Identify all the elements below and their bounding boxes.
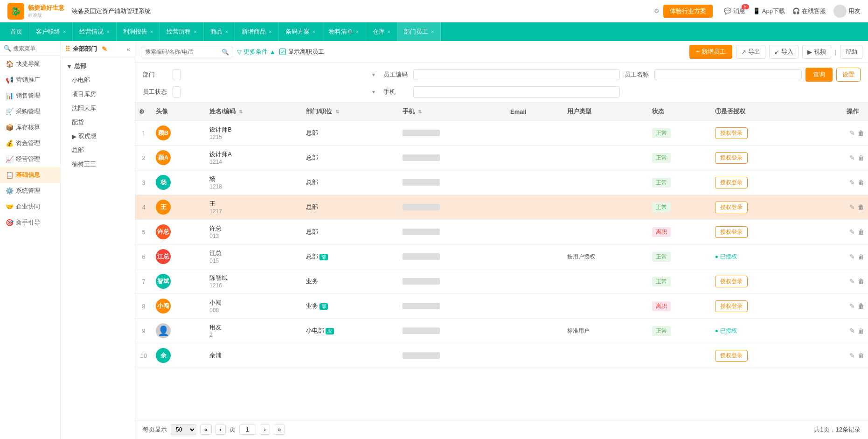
auth-login-button[interactable]: 授权登录	[715, 177, 748, 188]
sidebar-item-system[interactable]: ⚙️ 系统管理	[0, 183, 60, 199]
close-icon[interactable]: ×	[388, 29, 390, 35]
tab-employees[interactable]: 部门员工 ×	[397, 22, 441, 41]
last-page-btn[interactable]: »	[274, 425, 285, 435]
set-button[interactable]: 设置	[836, 68, 861, 82]
tab-goods[interactable]: 商品 ×	[204, 22, 235, 41]
delete-icon[interactable]: 🗑	[858, 154, 864, 161]
close-icon[interactable]: ×	[194, 29, 196, 35]
tab-operation[interactable]: 经营情况 ×	[73, 22, 116, 41]
sidebar-item-cooperation[interactable]: 🤝 企业协同	[0, 199, 60, 215]
delete-icon[interactable]: 🗑	[858, 253, 864, 260]
export-button[interactable]: ↗ 导出	[736, 45, 765, 59]
edit-icon[interactable]: ✎	[849, 154, 855, 161]
query-button[interactable]: 查询	[806, 68, 833, 82]
edit-icon[interactable]: ✎	[849, 179, 855, 186]
tab-home[interactable]: 首页	[4, 22, 29, 41]
col-name[interactable]: 姓名/编码 ⇅	[206, 103, 302, 121]
dept-item-hq2[interactable]: 总部	[61, 143, 135, 157]
page-size-select[interactable]: 50 20 100	[171, 424, 196, 435]
sidebar-search-input[interactable]	[13, 45, 61, 52]
delete-icon[interactable]: 🗑	[858, 278, 864, 285]
auth-login-button[interactable]: 授权登录	[715, 276, 748, 287]
tab-warehouse[interactable]: 仓库 ×	[366, 22, 397, 41]
dept-item-project[interactable]: 项目库房	[61, 87, 135, 101]
online-service-item[interactable]: 🎧 在线客服	[792, 7, 826, 15]
close-icon[interactable]: ×	[106, 29, 109, 35]
dept-collapse-icon[interactable]: «	[127, 46, 130, 53]
sidebar-item-inventory[interactable]: 📦 库存核算	[0, 119, 60, 135]
close-icon[interactable]: ×	[312, 29, 315, 35]
sidebar-item-quick-nav[interactable]: 🏠 快捷导航	[0, 56, 60, 72]
col-phone[interactable]: 手机 ⇅	[399, 103, 507, 121]
auth-login-button[interactable]: 授权登录	[715, 300, 748, 312]
close-icon[interactable]: ×	[269, 29, 271, 35]
tab-journey[interactable]: 经营历程 ×	[160, 22, 203, 41]
delete-icon[interactable]: 🗑	[858, 129, 864, 137]
close-icon[interactable]: ×	[63, 29, 66, 35]
edit-icon[interactable]: ✎	[849, 278, 855, 285]
search-input[interactable]	[145, 49, 220, 55]
dept-item-nanshuwangsan[interactable]: 楠树王三	[61, 157, 135, 171]
col-settings[interactable]: ⚙	[135, 103, 152, 121]
prev-page-btn[interactable]: ‹	[215, 425, 226, 435]
sidebar-item-marketing[interactable]: 📢 营销推广	[0, 72, 60, 88]
tab-profit[interactable]: 利润报告 ×	[117, 22, 160, 41]
auth-login-button[interactable]: 授权登录	[715, 350, 748, 362]
tab-add-goods[interactable]: 新增商品 ×	[235, 22, 278, 41]
delete-icon[interactable]: 🗑	[858, 228, 864, 236]
tab-barcode[interactable]: 条码方案 ×	[279, 22, 322, 41]
page-number-input[interactable]	[239, 425, 256, 435]
close-icon[interactable]: ×	[150, 29, 153, 35]
next-page-btn[interactable]: ›	[260, 425, 270, 435]
try-plan-button[interactable]: 体验行业方案	[663, 5, 713, 18]
auth-login-button[interactable]: 授权登录	[715, 152, 748, 164]
phone-input[interactable]	[413, 86, 619, 98]
delete-icon[interactable]: 🗑	[858, 352, 864, 359]
dept-item-shuanghu[interactable]: ▶ 双虎想	[61, 129, 135, 143]
delete-icon[interactable]: 🗑	[858, 179, 864, 186]
dept-select[interactable]	[173, 69, 181, 80]
close-icon[interactable]: ×	[225, 29, 228, 35]
tab-bom[interactable]: 物料清单 ×	[322, 22, 366, 41]
edit-icon[interactable]: ✎	[849, 129, 855, 137]
auth-login-button[interactable]: 授权登录	[715, 226, 748, 238]
auth-login-button[interactable]: 授权登录	[715, 127, 748, 139]
edit-icon[interactable]: ✎	[849, 302, 855, 310]
import-button[interactable]: ↙ 导入	[769, 45, 799, 59]
delete-icon[interactable]: 🗑	[858, 203, 864, 211]
sidebar-item-purchase[interactable]: 🛒 采购管理	[0, 104, 60, 119]
edit-icon[interactable]: ✎	[849, 253, 855, 260]
view-button[interactable]: ▶ 视频	[802, 45, 831, 59]
sidebar-item-management[interactable]: 📈 经营管理	[0, 151, 60, 167]
more-conditions-btn[interactable]: ▽ 更多条件 ▲	[237, 48, 276, 56]
emp-name-input[interactable]	[654, 69, 802, 80]
show-resigned-check[interactable]: ✓ 显示离职员工	[279, 48, 324, 56]
dept-item-distribution[interactable]: 配货	[61, 115, 135, 129]
sidebar-item-guide[interactable]: 🎯 新手引导	[0, 215, 60, 230]
dept-edit-icon[interactable]: ✎	[102, 45, 107, 53]
col-dept[interactable]: 部门/职位 ⇅	[302, 103, 399, 121]
help-button[interactable]: 帮助	[840, 45, 862, 59]
edit-icon[interactable]: ✎	[849, 203, 855, 211]
delete-icon[interactable]: 🗑	[858, 302, 864, 310]
close-icon[interactable]: ×	[356, 29, 359, 35]
tab-customer[interactable]: 客户联络 ×	[29, 22, 73, 41]
user-item[interactable]: 用友	[833, 5, 861, 18]
settings-gear-icon[interactable]: ⚙	[654, 7, 660, 14]
sidebar-item-sales[interactable]: 📊 销售管理	[0, 88, 60, 104]
edit-icon[interactable]: ✎	[849, 327, 855, 334]
add-employee-button[interactable]: + 新增员工	[689, 45, 732, 59]
sidebar-item-finance[interactable]: 💰 资金管理	[0, 135, 60, 151]
sidebar-item-basic-info[interactable]: 📋 基础信息	[0, 167, 60, 183]
emp-code-input[interactable]	[413, 69, 619, 80]
app-download-item[interactable]: 📱 App下载	[753, 7, 785, 15]
edit-icon[interactable]: ✎	[849, 228, 855, 236]
delete-icon[interactable]: 🗑	[858, 327, 864, 334]
first-page-btn[interactable]: «	[200, 425, 212, 435]
dept-item-headquarters[interactable]: ▼ 总部	[61, 59, 135, 73]
close-icon[interactable]: ×	[431, 29, 434, 35]
emp-status-select[interactable]	[173, 86, 181, 98]
dept-item-electronics[interactable]: 小电部	[61, 73, 135, 87]
message-icon-item[interactable]: 💬 消息 5	[724, 7, 745, 15]
auth-login-button[interactable]: 授权登录	[715, 202, 748, 213]
